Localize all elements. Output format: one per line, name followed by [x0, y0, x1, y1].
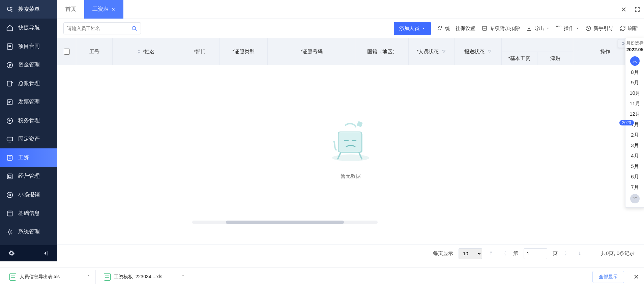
sidebar: 搜索菜单 快捷导航 项目合同 资金管理 总账管理 发票管理 税务管理 固定资产 … — [0, 0, 57, 261]
settings-icon[interactable] — [8, 250, 15, 257]
close-panel-button[interactable] — [617, 3, 631, 16]
per-page-select[interactable]: 10 — [459, 248, 482, 259]
show-all-downloads-button[interactable]: 全部显示 — [592, 271, 624, 283]
col-docno[interactable]: *证照号码 — [268, 38, 356, 65]
download-filename: 人员信息导出表.xls — [20, 274, 60, 280]
sidebar-item-assets[interactable]: 固定资产 — [0, 130, 57, 148]
month-option[interactable]: 8月 — [625, 67, 644, 78]
add-person-button[interactable]: 添加人员 — [394, 22, 431, 35]
export-button[interactable]: 导出 — [526, 25, 550, 32]
search-icon[interactable] — [131, 25, 137, 31]
col-name[interactable]: *姓名 — [113, 38, 180, 65]
col-doctype[interactable]: *证照类型 — [220, 38, 268, 65]
download-item-1[interactable]: 人员信息导出表.xls ⌃ — [5, 270, 96, 284]
sidebar-item-search-menu[interactable]: 搜索菜单 — [0, 0, 57, 19]
tab-bar: 首页 工资表 ✕ — [57, 0, 644, 19]
chevron-up-icon[interactable]: ⌃ — [87, 274, 91, 280]
svg-rect-10 — [7, 211, 12, 216]
svg-rect-6 — [7, 137, 13, 141]
month-scroll-up-icon[interactable]: ︽ — [630, 56, 640, 66]
svg-rect-12 — [47, 251, 48, 256]
sidebar-item-quick-nav[interactable]: 快捷导航 — [0, 19, 57, 37]
tab-salary-sheet[interactable]: 工资表 ✕ — [84, 0, 123, 19]
tab-home[interactable]: 首页 — [57, 0, 84, 19]
system-icon — [6, 228, 13, 236]
sidebar-label: 总账管理 — [18, 80, 40, 87]
month-option[interactable]: 2月 — [625, 130, 644, 140]
sidebar-item-system[interactable]: 系统管理 — [0, 223, 57, 241]
download-bar: 人员信息导出表.xls ⌃ 工资模板_223034....xls ⌃ 全部显示 … — [0, 267, 644, 286]
operation-button[interactable]: 操作 — [556, 25, 579, 32]
pager-next-icon[interactable]: 〉 — [563, 250, 571, 257]
special-deduction-button[interactable]: 专项附加扣除 — [481, 25, 520, 32]
pager-last-icon[interactable]: ⤓ — [576, 251, 583, 257]
svg-point-11 — [8, 231, 11, 233]
empty-state: 暂无数据 — [57, 116, 644, 179]
month-option[interactable]: 7月 — [625, 182, 644, 193]
sidebar-item-expense[interactable]: 小畅报销 — [0, 185, 57, 204]
grid-header: 工号 *姓名 *部门 *证照类型 *证照号码 国籍（地区） *人员状态 报送状态… — [57, 38, 644, 65]
col-allowance[interactable]: 津贴 — [537, 52, 573, 65]
sidebar-item-invoice[interactable]: 发票管理 — [0, 93, 57, 111]
col-status[interactable]: *人员状态 — [409, 38, 455, 65]
refresh-button[interactable]: 刷新 — [620, 25, 638, 32]
sort-icon[interactable] — [138, 50, 141, 54]
sidebar-item-salary[interactable]: 工资 — [0, 148, 57, 167]
guide-button[interactable]: 新手引导 — [585, 25, 614, 32]
social-setting-button[interactable]: 统一社保设置 — [437, 25, 475, 32]
sidebar-item-contract[interactable]: 项目合同 — [0, 37, 57, 56]
fullscreen-button[interactable] — [631, 3, 644, 16]
select-all-checkbox[interactable] — [64, 49, 70, 55]
month-option[interactable]: 10月 — [625, 88, 644, 98]
year-badge: 2023 — [619, 120, 634, 125]
month-option[interactable]: 5月 — [625, 161, 644, 172]
close-download-bar-icon[interactable]: ✕ — [634, 273, 639, 281]
social-setting-label: 统一社保设置 — [445, 25, 475, 32]
chevron-up-icon[interactable]: ⌃ — [181, 274, 185, 280]
pager-first-icon[interactable]: ⤒ — [488, 251, 495, 257]
month-option[interactable]: 3月 — [625, 140, 644, 151]
sidebar-item-tax[interactable]: 税务管理 — [0, 111, 57, 130]
pager-summary: 共0页, 0条记录 — [601, 250, 635, 257]
tab-close-icon[interactable]: ✕ — [111, 7, 115, 12]
col-checkbox — [57, 38, 76, 65]
sidebar-item-basic-info[interactable]: 基础信息 — [0, 204, 57, 223]
col-nationality[interactable]: 国籍（地区） — [356, 38, 409, 65]
month-option[interactable]: 12月 — [625, 109, 644, 119]
month-option[interactable]: 6月 — [625, 172, 644, 182]
home-icon — [6, 24, 13, 32]
contract-icon — [6, 43, 13, 50]
scrollbar-thumb[interactable] — [226, 221, 344, 224]
col-dept[interactable]: *部门 — [180, 38, 220, 65]
col-id[interactable]: 工号 — [76, 38, 113, 65]
month-option[interactable]: 11月 — [625, 98, 644, 109]
xls-file-icon — [9, 273, 16, 281]
download-item-2[interactable]: 工资模板_223034....xls ⌃ — [99, 270, 190, 284]
main-area: 首页 工资表 ✕ 添加人员 统一社保设置 专项附加扣除 — [57, 0, 644, 262]
horizontal-scrollbar[interactable] — [192, 221, 378, 224]
sidebar-item-operation[interactable]: 经营管理 — [0, 167, 57, 185]
empty-text: 暂无数据 — [341, 173, 361, 179]
pager-prev-icon[interactable]: 〈 — [500, 250, 508, 257]
sidebar-item-funds[interactable]: 资金管理 — [0, 56, 57, 74]
filter-icon[interactable] — [441, 49, 446, 54]
page-input[interactable] — [524, 248, 547, 259]
col-report[interactable]: 报送状态 — [455, 38, 502, 65]
svg-point-9 — [7, 192, 13, 198]
month-scroll-down-icon[interactable]: ︾ — [630, 194, 640, 203]
sidebar-label: 快捷导航 — [18, 24, 40, 31]
search-input[interactable] — [64, 26, 141, 31]
month-option[interactable]: 4月 — [625, 151, 644, 161]
month-picker: 月份选择 2022.05 ︽ 8月 9月 10月 11月 12月 1月 2月 3… — [625, 38, 644, 208]
month-option[interactable]: 9月 — [625, 78, 644, 88]
tax-icon — [6, 117, 13, 124]
salary-grid: 工号 *姓名 *部门 *证照类型 *证照号码 国籍（地区） *人员状态 报送状态… — [57, 38, 644, 244]
sidebar-item-ledger[interactable]: 总账管理 — [0, 74, 57, 93]
col-basic-salary[interactable]: *基本工资 — [502, 52, 537, 65]
filter-icon[interactable] — [487, 49, 492, 54]
collapse-sidebar-icon[interactable] — [42, 250, 49, 257]
sidebar-label: 项目合同 — [18, 43, 40, 50]
svg-point-14 — [439, 27, 440, 28]
page-suffix: 页 — [553, 250, 558, 257]
per-page-label: 每页显示 — [433, 250, 453, 257]
